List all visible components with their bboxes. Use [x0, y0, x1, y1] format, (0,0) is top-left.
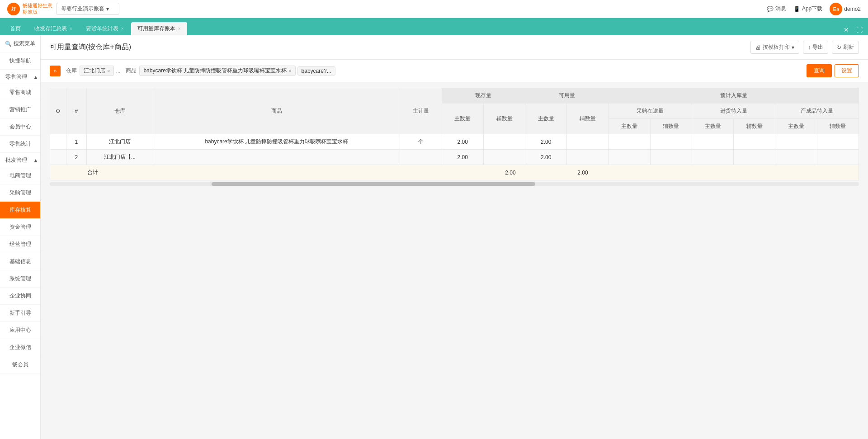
expand-filter-btn[interactable]: »: [50, 66, 61, 76]
purchase-transit-header: 采购在途量: [609, 104, 692, 119]
warehouse-more[interactable]: ...: [116, 68, 120, 74]
row1-pt-main: [609, 134, 650, 150]
scroll-track[interactable]: [50, 182, 859, 186]
purchase-transit-main-header: 主数量: [609, 119, 650, 134]
row2-pt-aux: [650, 150, 692, 165]
close-tab-order[interactable]: ×: [121, 26, 124, 31]
row1-prod-aux: [817, 134, 859, 150]
row2-in-aux: [734, 150, 775, 165]
chevron-down-icon: ▾: [106, 6, 109, 12]
sidebar-item-newbie[interactable]: 新手引导: [0, 305, 40, 322]
sidebar-item-app-center[interactable]: 应用中心: [0, 322, 40, 339]
expand-nav-btn[interactable]: ⛶: [854, 24, 864, 35]
setting-btn[interactable]: 设置: [835, 64, 859, 77]
sidebar-item-members[interactable]: 会员中心: [0, 118, 40, 136]
sidebar-item-ecommerce[interactable]: 电商管理: [0, 167, 40, 184]
message-icon: 💬: [767, 6, 774, 12]
remove-product-tag-1[interactable]: ×: [288, 68, 291, 74]
purchase-transit-aux-header: 辅数量: [650, 119, 692, 134]
logo-area: 好 畅捷通好生意 标准版: [7, 3, 52, 15]
tab-order-stats[interactable]: 要货单统计表 ×: [80, 22, 130, 35]
top-bar-right: 💬 消息 📱 App下载 Ea demo2: [767, 3, 861, 15]
nav-tabs: 首页 收发存汇总表 × 要货单统计表 × 可用量库存账本 × ✕ ⛶: [0, 18, 868, 35]
sidebar-group-wholesale[interactable]: 批发管理 ▲: [0, 153, 40, 167]
close-tab-receive[interactable]: ×: [70, 26, 72, 31]
app-download-btn[interactable]: 📱 App下载: [793, 5, 822, 13]
close-tab-available[interactable]: ×: [178, 26, 181, 31]
row1-pt-aux: [650, 134, 692, 150]
row2-current-main: 2.00: [442, 150, 483, 165]
avatar: Ea: [830, 3, 842, 15]
current-stock-header: 现存量: [442, 88, 525, 104]
chevron-up-icon-2: ▲: [33, 157, 38, 164]
sidebar-item-marketing[interactable]: 营销推广: [0, 101, 40, 118]
page-header-actions: 🖨 按模板打印 ▾ ↑ 导出 ↻ 刷新: [750, 41, 859, 59]
main-unit-col-header: 主计量: [400, 88, 442, 134]
export-btn[interactable]: ↑ 导出: [803, 41, 828, 54]
refresh-btn[interactable]: ↻ 刷新: [832, 41, 859, 54]
sidebar-item-finance[interactable]: 资金管理: [0, 219, 40, 236]
sidebar-group-retail[interactable]: 零售管理 ▲: [0, 70, 40, 84]
tab-available-stock[interactable]: 可用量库存账本 ×: [131, 22, 187, 35]
footer-label: 合计: [87, 169, 128, 176]
refresh-icon: ↻: [837, 44, 841, 51]
row1-current-aux: [483, 134, 525, 150]
product-tags: babycare学饮杯 儿童防摔防撞吸管杯重力球吸嘴杯宝宝水杯 × babyca…: [139, 66, 335, 76]
sidebar-item-retail-mall[interactable]: 零售商城: [0, 84, 40, 101]
warehouse-tag-jiangbei[interactable]: 江北门店 ×: [80, 66, 114, 76]
logo-icon: 好: [7, 3, 20, 15]
sidebar-item-operations[interactable]: 经营管理: [0, 236, 40, 253]
tab-receive-summary[interactable]: 收发存汇总表 ×: [28, 22, 79, 35]
top-bar: 好 畅捷通好生意 标准版 母婴行业演示账套 ▾ 💬 消息 📱 App下载 Ea …: [0, 0, 868, 18]
sidebar-item-vip[interactable]: 畅会员: [0, 356, 40, 373]
sidebar-item-quicknav[interactable]: 快捷导航: [0, 52, 40, 70]
footer-available-total: 2.00: [565, 170, 601, 176]
available-aux-header: 辅数量: [567, 104, 609, 134]
product-label: 商品: [126, 67, 137, 75]
main-layout: 🔍 搜索菜单 快捷导航 零售管理 ▲ 零售商城 营销推广 会员中心 零售统计 批…: [0, 35, 868, 439]
sidebar-item-inventory[interactable]: 库存核算: [0, 202, 40, 219]
query-btn[interactable]: 查询: [807, 64, 832, 77]
settings-col-header[interactable]: ⚙: [50, 88, 66, 134]
row2-pt-main: [609, 150, 650, 165]
sidebar-item-basic-info[interactable]: 基础信息: [0, 253, 40, 270]
close-all-tabs-btn[interactable]: ✕: [842, 24, 851, 35]
scroll-thumb[interactable]: [212, 182, 535, 186]
product-tag-babycare[interactable]: babycare学饮杯 儿童防摔防撞吸管杯重力球吸嘴杯宝宝水杯 ×: [139, 66, 295, 76]
sidebar-item-retail-stats[interactable]: 零售统计: [0, 136, 40, 153]
sidebar-item-procurement[interactable]: 采购管理: [0, 184, 40, 202]
row2-num: 2: [66, 150, 87, 165]
filter-actions: 查询 设置: [807, 64, 859, 77]
filter-bar: » 仓库 江北门店 × ... 商品 babycare学饮杯 儿童防摔防撞吸管杯…: [41, 60, 868, 82]
row2-warehouse: 江北门店【...: [86, 150, 153, 165]
sidebar-item-search[interactable]: 🔍 搜索菜单: [0, 35, 40, 52]
table-row: 1 江北门店 babycare学饮杯 儿童防摔防撞吸管杯重力球吸嘴杯宝宝水杯 个…: [50, 134, 859, 150]
warehouse-filter: 仓库 江北门店 × ...: [66, 66, 120, 76]
tab-home[interactable]: 首页: [4, 22, 27, 35]
row2-product: [153, 150, 400, 165]
sidebar-item-system[interactable]: 系统管理: [0, 270, 40, 288]
incoming-header: 进货待入量: [692, 104, 775, 119]
warehouse-label: 仓库: [66, 67, 77, 75]
logo-text: 畅捷通好生意 标准版: [23, 3, 52, 14]
row2-prod-main: [775, 150, 817, 165]
product-tag-babycare2[interactable]: babycare?...: [297, 66, 335, 76]
user-profile[interactable]: Ea demo2: [830, 3, 861, 15]
incoming-aux-header: 辅数量: [734, 119, 775, 134]
page-header: 可用量查询(按仓库+商品) 🖨 按模板打印 ▾ ↑ 导出 ↻ 刷新: [41, 35, 868, 60]
available-main-header: 主数量: [525, 104, 567, 134]
sidebar-item-wechat[interactable]: 企业微信: [0, 339, 40, 356]
top-bar-left: 好 畅捷通好生意 标准版 母婴行业演示账套 ▾: [7, 3, 119, 15]
row1-available-main: 2.00: [525, 134, 567, 150]
industry-selector[interactable]: 母婴行业演示账套 ▾: [56, 3, 119, 15]
row2-in-main: [692, 150, 734, 165]
sidebar-item-enterprise[interactable]: 企业协同: [0, 288, 40, 305]
remove-warehouse-tag[interactable]: ×: [107, 68, 110, 74]
product-col-header: 商品: [153, 88, 400, 134]
warehouse-col-header: 仓库: [86, 88, 153, 134]
print-btn[interactable]: 🖨 按模板打印 ▾: [750, 41, 799, 54]
message-btn[interactable]: 💬 消息: [767, 5, 786, 13]
production-main-header: 主数量: [775, 119, 817, 134]
product-filter: 商品 babycare学饮杯 儿童防摔防撞吸管杯重力球吸嘴杯宝宝水杯 × bab…: [126, 66, 335, 76]
sidebar: 🔍 搜索菜单 快捷导航 零售管理 ▲ 零售商城 营销推广 会员中心 零售统计 批…: [0, 35, 41, 439]
